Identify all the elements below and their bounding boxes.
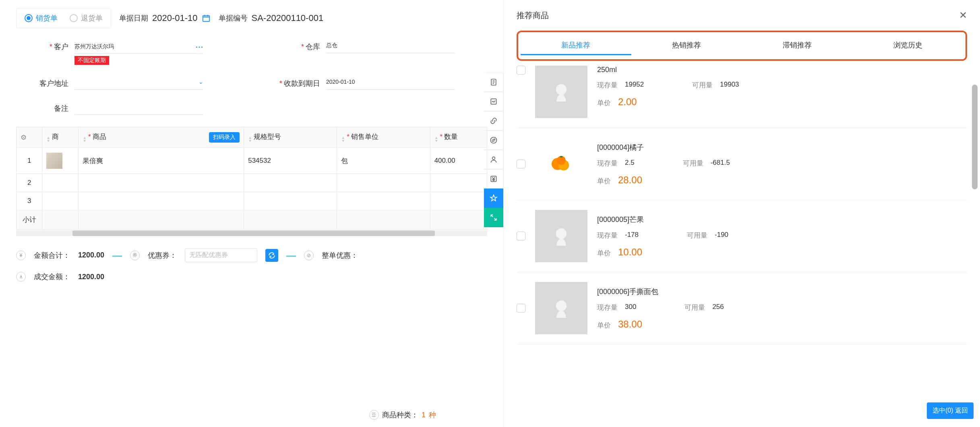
coupon-icon: 券 <box>130 251 140 260</box>
subtotal-label: 小计 <box>17 210 42 230</box>
refresh-button[interactable] <box>265 249 278 262</box>
product-checkbox[interactable] <box>517 160 525 168</box>
stock-value: 2.5 <box>625 159 635 168</box>
deal-value: 1200.00 <box>78 273 104 281</box>
gear-icon[interactable]: ⚙ <box>21 134 27 141</box>
kind-label: 商品种类： <box>382 410 418 420</box>
col-unit: 销售单位 <box>351 133 378 141</box>
warehouse-value[interactable]: 总仓 <box>326 42 337 48</box>
yen-icon: ¥ <box>16 251 26 260</box>
total-value: 1200.00 <box>78 251 104 259</box>
tab-slow[interactable]: 滞销推荐 <box>742 36 853 55</box>
period-badge: 不固定账期 <box>74 56 109 65</box>
discount-icon: ⊘ <box>304 251 314 260</box>
remark-input[interactable] <box>74 102 203 115</box>
product-name: [0000005]芒果 <box>597 215 967 224</box>
price-value: 28.00 <box>618 174 642 186</box>
tab-return-label: 退货单 <box>81 13 103 23</box>
sort-icon[interactable]: ▲▼ <box>341 136 345 143</box>
price-value: 2.00 <box>618 96 637 108</box>
customer-picker-icon[interactable]: ⋯ <box>195 42 203 52</box>
product-image-placeholder <box>535 66 587 118</box>
chevron-down-icon[interactable]: ⌄ <box>198 79 203 88</box>
due-label: 收款到期日 <box>284 79 320 87</box>
side-doc-icon[interactable] <box>484 73 503 92</box>
side-expand-icon[interactable] <box>484 208 503 227</box>
col-img: 商 <box>52 133 59 141</box>
stock-value: -178 <box>625 231 639 240</box>
side-swap-icon[interactable] <box>484 131 503 150</box>
col-product: 商品 <box>93 133 106 141</box>
col-qty: 数量 <box>444 133 458 141</box>
minus-icon: — <box>286 250 296 261</box>
table-row[interactable]: 3 <box>17 192 487 210</box>
price-value: 38.00 <box>618 319 642 330</box>
sort-icon[interactable]: ▲▼ <box>248 136 252 143</box>
items-table: ⚙ ▲▼商 ▲▼*商品扫码录入 ▲▼规格型号 ▲▼*销售单位 ▲▼*数量 1 果… <box>16 127 487 230</box>
customer-value[interactable]: 苏州万达沃尔玛 <box>74 43 114 50</box>
product-checkbox[interactable] <box>517 66 525 75</box>
scan-button[interactable]: 扫码录入 <box>209 132 240 143</box>
horizontal-scrollbar[interactable] <box>16 230 487 236</box>
avail-value: 19903 <box>720 81 739 90</box>
side-user-icon[interactable] <box>484 150 503 169</box>
discount-label: 整单优惠： <box>322 251 358 260</box>
table-row[interactable]: 2 <box>17 174 487 192</box>
product-checkbox[interactable] <box>517 304 525 313</box>
tab-history[interactable]: 浏览历史 <box>852 36 963 55</box>
minus-icon: — <box>112 250 122 261</box>
coupon-label: 优惠券： <box>148 251 177 260</box>
stock-value: 300 <box>625 303 636 312</box>
svg-point-3 <box>490 137 496 143</box>
tab-sales-order[interactable]: 销货单 <box>25 13 58 23</box>
product-name: [0000006]手撕面包 <box>597 287 967 296</box>
product-thumb <box>46 153 62 169</box>
tab-new[interactable]: 新品推荐 <box>521 36 631 55</box>
total-label: 金额合计： <box>34 251 70 260</box>
sort-icon[interactable]: ▲▼ <box>434 136 438 143</box>
product-checkbox[interactable] <box>517 232 525 240</box>
svg-point-4 <box>492 157 495 160</box>
avail-value: 256 <box>712 303 724 312</box>
tab-sales-label: 销货单 <box>36 13 58 23</box>
select-return-button[interactable]: 选中(0) 返回 <box>927 402 974 419</box>
kind-icon: ☲ <box>369 410 379 420</box>
product-item: [0000004]橘子 现存量2.5 可用量-681.5 单价28.00 <box>517 128 967 200</box>
recommended-panel: 推荐商品 ✕ 新品推荐 热销推荐 滞销推荐 浏览历史 250ml 现存量1995… <box>503 0 980 427</box>
due-value[interactable]: 2020-01-10 <box>326 79 355 85</box>
side-toolbar <box>484 73 503 227</box>
radio-unchecked-icon <box>70 14 78 22</box>
warehouse-label: 仓库 <box>306 43 320 51</box>
recommendation-tabs: 新品推荐 热销推荐 滞销推荐 浏览历史 <box>517 31 967 61</box>
avail-value: -190 <box>715 231 728 240</box>
svg-rect-0 <box>203 16 209 22</box>
date-value[interactable]: 2020-01-10 <box>152 13 198 23</box>
side-chart-icon[interactable] <box>484 92 503 111</box>
product-image-placeholder <box>535 210 587 262</box>
product-item: [0000006]手撕面包 现存量300 可用量256 单价38.00 <box>517 272 967 344</box>
deal-label: 成交金额： <box>34 272 70 282</box>
product-name: [0000004]橘子 <box>597 143 967 152</box>
side-star-icon[interactable] <box>484 189 503 208</box>
price-value: 10.00 <box>618 247 642 258</box>
sort-icon[interactable]: ▲▼ <box>46 136 50 143</box>
product-image-placeholder <box>535 282 587 334</box>
deal-icon: ∧ <box>16 272 26 282</box>
svg-point-10 <box>560 156 562 158</box>
radio-checked-icon <box>25 14 33 22</box>
product-image <box>535 138 587 190</box>
kind-value: 1 <box>422 411 426 419</box>
tab-hot[interactable]: 热销推荐 <box>631 36 742 55</box>
side-link-icon[interactable] <box>484 111 503 131</box>
avail-value: -681.5 <box>711 159 730 168</box>
calendar-icon[interactable] <box>202 14 211 23</box>
sort-icon[interactable]: ▲▼ <box>83 136 87 143</box>
vertical-scrollbar[interactable] <box>972 85 978 391</box>
coupon-input[interactable]: 无匹配优惠券 <box>185 248 257 262</box>
side-yen-icon[interactable] <box>484 169 503 189</box>
table-row[interactable]: 1 果倍爽534532包400.00 <box>17 148 487 174</box>
tab-return-order[interactable]: 退货单 <box>70 13 103 23</box>
remark-label: 备注 <box>54 104 68 112</box>
close-icon[interactable]: ✕ <box>959 10 967 21</box>
panel-title: 推荐商品 <box>517 10 549 21</box>
